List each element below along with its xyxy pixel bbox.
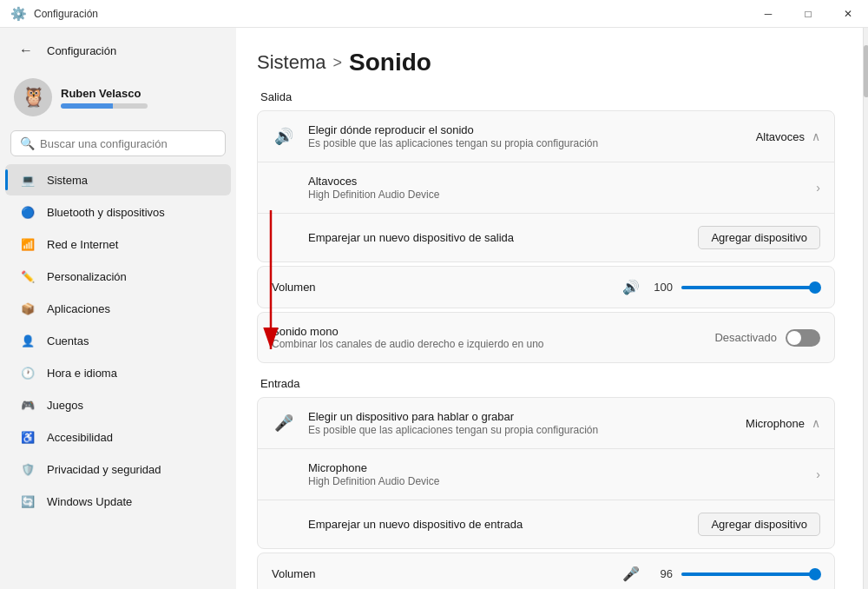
volumen-entrada-controls: 🎤 96	[622, 566, 820, 582]
sidebar-item-windowsupdate[interactable]: 🔄Windows Update	[5, 486, 231, 517]
mic-select-icon: 🎤	[272, 411, 296, 435]
expand-salida-icon: ∧	[812, 129, 820, 143]
sidebar-icon-windowsupdate: 🔄	[19, 493, 36, 510]
avatar: 🦉	[14, 78, 52, 116]
volumen-entrada-thumb[interactable]	[809, 568, 821, 580]
sidebar-icon-juegos: 🎮	[19, 396, 36, 414]
breadcrumb-parent[interactable]: Sistema	[257, 51, 326, 74]
elegir-reproducir-left: 🔊 Elegir dónde reproducir el sonido Es p…	[272, 123, 598, 149]
close-button[interactable]: ✕	[828, 0, 868, 28]
sidebar-icon-hora: 🕐	[19, 364, 36, 381]
title-bar-text: Configuración	[34, 8, 98, 20]
sidebar-label-bluetooth: Bluetooth y dispositivos	[47, 206, 165, 219]
sonido-mono-toggle[interactable]	[786, 329, 820, 347]
sidebar-item-bluetooth[interactable]: 🔵Bluetooth y dispositivos	[5, 196, 231, 228]
sidebar-icon-privacidad: 🛡️	[19, 460, 36, 478]
emparejar-entrada-row[interactable]: Emparejar un nuevo dispositivo de entrad…	[258, 500, 834, 548]
sidebar-app-title: Configuración	[47, 44, 116, 57]
sonido-mono-status: Desactivado	[714, 331, 777, 344]
elegir-reproducir-value: Altavoces	[756, 130, 805, 143]
scrollbar-track[interactable]	[863, 28, 868, 589]
maximize-button[interactable]: □	[788, 0, 828, 28]
elegir-grabar-title: Elegir un dispositivo para hablar o grab…	[308, 410, 598, 423]
user-name: Ruben Velasco	[61, 87, 148, 100]
sonido-mono-title: Sonido mono	[272, 325, 544, 338]
volumen-entrada-value: 96	[648, 567, 673, 580]
microphone-left: Microphone High Definition Audio Device	[272, 461, 439, 487]
sidebar-item-cuentas[interactable]: 👤Cuentas	[5, 325, 231, 356]
elegir-grabar-value: Microphone	[746, 417, 805, 430]
sidebar-item-aplicaciones[interactable]: 📦Aplicaciones	[5, 293, 231, 324]
emparejar-salida-left: Emparejar un nuevo dispositivo de salida	[272, 231, 514, 244]
altavoces-text: Altavoces High Definition Audio Device	[308, 175, 439, 201]
sidebar-item-personalizacion[interactable]: ✏️Personalización	[5, 261, 231, 292]
volumen-entrada-slider[interactable]	[681, 572, 820, 576]
sonido-mono-toggle-thumb	[787, 331, 801, 345]
emparejar-salida-title: Emparejar un nuevo dispositivo de salida	[308, 231, 514, 244]
elegir-grabar-subtitle: Es posible que las aplicaciones tengan s…	[308, 424, 598, 436]
emparejar-salida-right: Agregar dispositivo	[698, 226, 820, 249]
user-progress-bar	[61, 103, 148, 109]
app-icon: ⚙️	[10, 6, 27, 22]
sonido-mono-row: Sonido mono Combinar los canales de audi…	[258, 313, 834, 362]
volumen-entrada-card: Volumen 🎤 96	[257, 553, 835, 589]
sidebar-label-sistema: Sistema	[47, 174, 88, 187]
sidebar-item-privacidad[interactable]: 🛡️Privacidad y seguridad	[5, 453, 231, 485]
sonido-mono-subtitle: Combinar los canales de audio derecho e …	[272, 338, 544, 350]
search-icon: 🔍	[20, 136, 35, 150]
altavoces-subtitle: High Definition Audio Device	[308, 189, 439, 201]
volumen-salida-slider[interactable]	[681, 286, 820, 289]
sidebar-icon-aplicaciones: 📦	[19, 300, 36, 317]
entrada-section-label: Entrada	[257, 377, 835, 390]
sidebar-label-hora: Hora e idioma	[47, 367, 117, 380]
volumen-salida-card: Volumen 🔊 100	[257, 266, 835, 308]
entrada-card: 🎤 Elegir un dispositivo para hablar o gr…	[257, 397, 835, 549]
volumen-salida-thumb[interactable]	[809, 281, 821, 294]
altavoces-right: ›	[816, 181, 820, 195]
elegir-grabar-left: 🎤 Elegir un dispositivo para hablar o gr…	[272, 410, 598, 436]
agregar-dispositivo-salida-button[interactable]: Agregar dispositivo	[698, 226, 820, 249]
sidebar-label-privacidad: Privacidad y seguridad	[47, 463, 161, 476]
volume-mic-icon: 🎤	[622, 566, 640, 582]
breadcrumb: Sistema > Sonido	[257, 49, 835, 76]
search-input[interactable]	[40, 137, 216, 150]
emparejar-entrada-title: Emparejar un nuevo dispositivo de entrad…	[308, 518, 523, 531]
microphone-row[interactable]: Microphone High Definition Audio Device …	[258, 449, 834, 500]
agregar-dispositivo-entrada-button[interactable]: Agregar dispositivo	[698, 513, 820, 536]
elegir-grabar-right: Microphone ∧	[746, 416, 820, 430]
volume-speaker-icon: 🔊	[622, 279, 640, 295]
elegir-reproducir-row[interactable]: 🔊 Elegir dónde reproducir el sonido Es p…	[258, 111, 834, 162]
elegir-reproducir-right: Altavoces ∧	[756, 129, 820, 143]
minimize-button[interactable]: ─	[748, 0, 788, 28]
scrollbar-thumb[interactable]	[864, 45, 868, 97]
sidebar-item-juegos[interactable]: 🎮Juegos	[5, 389, 231, 420]
sidebar-label-windowsupdate: Windows Update	[47, 495, 132, 508]
sidebar-icon-bluetooth: 🔵	[19, 203, 36, 221]
salida-section-label: Salida	[257, 90, 835, 103]
sidebar-icon-personalizacion: ✏️	[19, 268, 36, 285]
sidebar-item-hora[interactable]: 🕐Hora e idioma	[5, 357, 231, 388]
volumen-entrada-left: Volumen	[272, 567, 316, 580]
elegir-grabar-row[interactable]: 🎤 Elegir un dispositivo para hablar o gr…	[258, 398, 834, 449]
emparejar-salida-row[interactable]: Emparejar un nuevo dispositivo de salida…	[258, 214, 834, 261]
sidebar-item-accesibilidad[interactable]: ♿Accesibilidad	[5, 421, 231, 453]
search-box[interactable]: 🔍	[10, 130, 226, 156]
elegir-grabar-text: Elegir un dispositivo para hablar o grab…	[308, 410, 598, 436]
sidebar-item-sistema[interactable]: 💻Sistema	[5, 164, 231, 195]
sidebar-label-cuentas: Cuentas	[47, 334, 89, 347]
altavoces-row[interactable]: Altavoces High Definition Audio Device ›	[258, 162, 834, 214]
altavoces-title: Altavoces	[308, 175, 439, 188]
volumen-salida-value: 100	[648, 281, 673, 294]
altavoces-left: Altavoces High Definition Audio Device	[272, 175, 439, 201]
microphone-chevron: ›	[816, 467, 820, 481]
microphone-title: Microphone	[308, 461, 439, 474]
sidebar-item-red[interactable]: 📶Red e Internet	[5, 228, 231, 260]
sidebar-icon-accesibilidad: ♿	[19, 428, 36, 446]
back-button[interactable]: ←	[14, 38, 38, 63]
sonido-mono-right: Desactivado	[714, 329, 820, 347]
sidebar-label-juegos: Juegos	[47, 399, 83, 412]
breadcrumb-separator: >	[332, 54, 342, 72]
elegir-reproducir-subtitle: Es posible que las aplicaciones tengan s…	[308, 137, 598, 149]
sidebar-icon-cuentas: 👤	[19, 332, 36, 349]
speaker-icon: 🔊	[272, 124, 296, 149]
